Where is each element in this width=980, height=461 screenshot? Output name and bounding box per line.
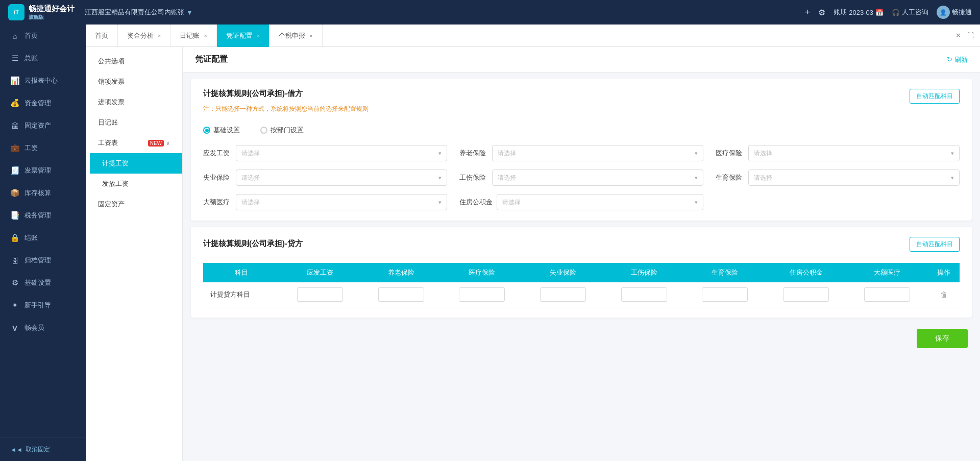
refresh-label: 刷新 <box>954 55 968 64</box>
large-medical-label: 大额医疗 <box>203 198 232 207</box>
sidebar-item-closing[interactable]: 🔒 结账 <box>0 227 86 249</box>
radio-dept-label: 按部门设置 <box>271 126 304 135</box>
salary-placeholder: 请选择 <box>241 149 260 158</box>
tab-home-label: 首页 <box>95 31 108 40</box>
tab-journal[interactable]: 日记账 × <box>170 25 216 47</box>
sidebar-item-label: 总账 <box>24 54 38 63</box>
radio-dept[interactable]: 按部门设置 <box>260 126 304 135</box>
radio-basic[interactable]: 基础设置 <box>203 126 240 135</box>
row-injury-input[interactable] <box>621 287 667 302</box>
subnav-salary-group: 工资表 NEW ∨ 计提工资 发放工资 <box>86 133 182 194</box>
row-housing-input[interactable] <box>783 287 829 302</box>
large-medical-arrow: ▾ <box>438 199 442 206</box>
pension-select[interactable]: 请选择 ▾ <box>492 145 703 161</box>
housing-fund-select[interactable]: 请选择 ▾ <box>497 194 703 210</box>
credit-section-title: 计提核算规则(公司承担)-贷方 <box>203 239 303 249</box>
sidebar-item-assets[interactable]: 🏛 固定资产 <box>0 114 86 137</box>
page-content: 公共选项 销项发票 进项发票 日记账 工资表 NEW ∨ <box>86 47 980 461</box>
col-maternity: 生育保险 <box>684 263 766 282</box>
sidebar-item-home[interactable]: ⌂ 首页 <box>0 25 86 47</box>
service-button[interactable]: 🎧 人工咨询 <box>892 8 928 17</box>
tab-tax-close[interactable]: × <box>309 33 312 39</box>
tab-funds[interactable]: 资金分析 × <box>118 25 170 47</box>
form-item-maternity: 生育保险 请选择 ▾ <box>716 169 960 186</box>
subnav-public[interactable]: 公共选项 <box>86 51 182 71</box>
col-salary: 应发工资 <box>280 263 361 282</box>
row-maternity-input[interactable] <box>702 287 748 302</box>
housing-fund-arrow: ▾ <box>695 199 698 206</box>
sidebar-item-archive[interactable]: 🗄 归档管理 <box>0 249 86 272</box>
tab-tax[interactable]: 个税申报 × <box>270 25 322 47</box>
maternity-arrow: ▾ <box>951 175 954 181</box>
sidebar-item-guide[interactable]: ✦ 新手引导 <box>0 294 86 317</box>
close-window-icon[interactable]: ✕ <box>955 32 961 39</box>
medical-placeholder: 请选择 <box>754 149 772 158</box>
subnav-salary-table[interactable]: 工资表 NEW ∨ <box>86 133 182 153</box>
sidebar-item-settings[interactable]: ⚙ 基础设置 <box>0 272 86 294</box>
table-row: 计提贷方科目 🗑 <box>203 282 960 307</box>
large-medical-select[interactable]: 请选择 ▾ <box>236 194 447 210</box>
medical-select[interactable]: 请选择 ▾ <box>748 145 960 161</box>
auto-match-debit-button[interactable]: 自动匹配科目 <box>910 89 960 104</box>
sidebar-item-funds[interactable]: 💰 资金管理 <box>0 92 86 114</box>
salary-select[interactable]: 请选择 ▾ <box>236 145 447 161</box>
sidebar-item-label: 固定资产 <box>24 121 51 130</box>
row-salary-input[interactable] <box>297 287 343 302</box>
sidebar-item-member[interactable]: V 畅会员 <box>0 317 86 339</box>
sidebar-item-payroll[interactable]: 💼 工资 <box>0 137 86 159</box>
row-large-medical-input[interactable] <box>864 287 910 302</box>
housing-fund-label: 住房公积金 <box>459 198 493 207</box>
tab-funds-close[interactable]: × <box>158 33 161 39</box>
delete-row-icon[interactable]: 🗑 <box>940 290 947 299</box>
sidebar-item-reports[interactable]: 📊 云报表中心 <box>0 69 86 92</box>
pension-label: 养老保险 <box>459 149 488 158</box>
cancel-fixed-button[interactable]: ◄◄ 取消固定 <box>0 438 86 461</box>
subnav-pay[interactable]: 发放工资 <box>90 174 182 194</box>
refresh-button[interactable]: ↻ 刷新 <box>947 55 968 64</box>
sidebar-item-ledger[interactable]: ☰ 总账 <box>0 47 86 69</box>
payroll-icon: 💼 <box>10 143 19 153</box>
injury-select[interactable]: 请选择 ▾ <box>492 169 703 186</box>
subnav-accrual[interactable]: 计提工资 <box>90 153 182 174</box>
row-medical-input-cell <box>442 282 523 307</box>
maternity-select[interactable]: 请选择 ▾ <box>748 169 960 186</box>
pension-placeholder: 请选择 <box>498 149 516 158</box>
company-selector[interactable]: 江西服宝精品有限责任公司内账张 ▼ <box>85 8 193 17</box>
tab-journal-close[interactable]: × <box>204 33 207 39</box>
top-bar: iT 畅捷通好会计 旗舰版 江西服宝精品有限责任公司内账张 ▼ + ⚙ 账期 2… <box>0 0 980 25</box>
row-unemployment-input[interactable] <box>540 287 586 302</box>
row-medical-input[interactable] <box>459 287 505 302</box>
gear-icon[interactable]: ⚙ <box>818 8 825 17</box>
add-button[interactable]: + <box>805 7 811 18</box>
auto-match-credit-button[interactable]: 自动匹配科目 <box>910 237 960 252</box>
unemployment-select[interactable]: 请选择 ▾ <box>236 169 447 186</box>
tab-voucher[interactable]: 凭证配置 × <box>217 25 270 47</box>
maternity-placeholder: 请选择 <box>754 174 772 182</box>
row-pension-input[interactable] <box>378 287 424 302</box>
sidebar-item-tax[interactable]: 📑 税务管理 <box>0 204 86 227</box>
unemployment-label: 失业保险 <box>203 173 232 182</box>
large-medical-placeholder: 请选择 <box>241 198 260 207</box>
maternity-label: 生育保险 <box>716 173 744 182</box>
col-pension: 养老保险 <box>360 263 442 282</box>
top-bar-actions: + ⚙ 账期 2023-03 📅 🎧 人工咨询 👤 畅捷通 <box>805 6 972 19</box>
tax-icon: 📑 <box>10 211 19 220</box>
invoice-icon: 🧾 <box>10 166 19 175</box>
subnav-journal[interactable]: 日记账 <box>86 112 182 133</box>
tab-home[interactable]: 首页 <box>86 25 118 47</box>
subnav-sales[interactable]: 销项发票 <box>86 71 182 92</box>
new-badge: NEW <box>148 140 164 147</box>
subnav-purchase[interactable]: 进项发票 <box>86 92 182 112</box>
subnav-fixed-assets[interactable]: 固定资产 <box>86 194 182 214</box>
sidebar-item-invoice[interactable]: 🧾 发票管理 <box>0 159 86 182</box>
col-subject: 科目 <box>203 263 280 282</box>
user-menu[interactable]: 👤 畅捷通 <box>937 6 972 19</box>
period-selector[interactable]: 账期 2023-03 📅 <box>834 8 884 17</box>
funds-icon: 💰 <box>10 99 19 108</box>
sidebar-item-stock[interactable]: 📦 库存核算 <box>0 182 86 204</box>
cancel-fixed-label: 取消固定 <box>26 445 50 454</box>
save-button[interactable]: 保存 <box>917 329 968 348</box>
expand-window-icon[interactable]: ⛶ <box>967 32 974 39</box>
medical-label: 医疗保险 <box>716 149 744 158</box>
tab-voucher-close[interactable]: × <box>257 33 260 39</box>
